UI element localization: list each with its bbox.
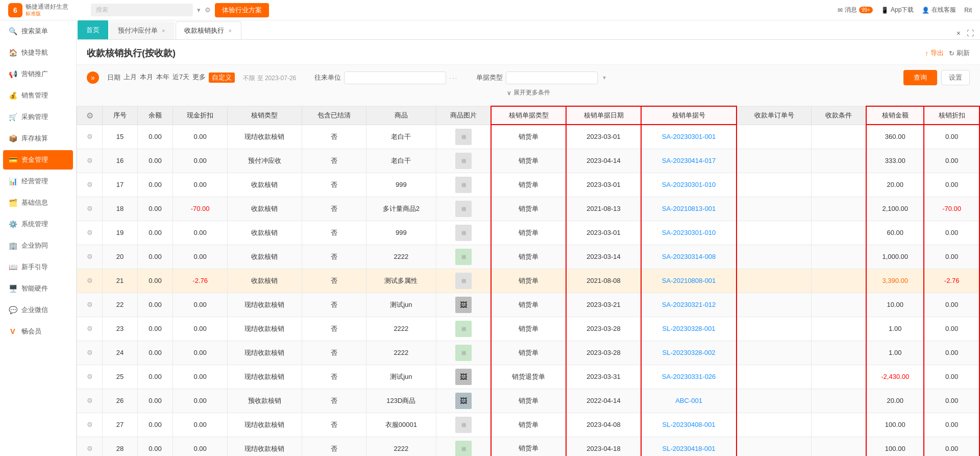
cell-gear[interactable]: ⚙: [77, 149, 103, 173]
row-gear-icon[interactable]: ⚙: [87, 325, 93, 332]
user-area[interactable]: Rit: [964, 7, 972, 14]
row-gear-icon[interactable]: ⚙: [87, 373, 93, 380]
sidebar-item-sales[interactable]: 💰 销售管理: [0, 85, 76, 106]
bill-no-link[interactable]: SA-20230301-001: [662, 133, 716, 140]
query-button[interactable]: 查询: [903, 70, 937, 85]
sidebar-item-hardware[interactable]: 🖥️ 智能硬件: [0, 278, 76, 299]
bill-no-link[interactable]: SL-20230418-001: [663, 445, 716, 452]
row-gear-icon[interactable]: ⚙: [87, 397, 93, 404]
date-7days[interactable]: 近7天: [173, 73, 189, 83]
cell-gear[interactable]: ⚙: [77, 413, 103, 437]
solution-button[interactable]: 体验行业方案: [215, 3, 269, 17]
row-gear-icon[interactable]: ⚙: [87, 229, 93, 236]
sidebar-item-member[interactable]: V 畅会员: [0, 321, 76, 342]
tab-maximize-btn[interactable]: ⛶: [965, 27, 976, 39]
tab-home[interactable]: 首页: [78, 20, 108, 39]
message-button[interactable]: ✉ 消息 99+: [838, 6, 873, 14]
bill-no-link[interactable]: SL-20230328-002: [663, 349, 716, 356]
cell-verify-bill-no[interactable]: SL-20230328-002: [641, 341, 737, 365]
sidebar-item-search[interactable]: 🔍 搜索菜单: [0, 20, 76, 42]
bill-no-link[interactable]: SA-20210808-001: [662, 277, 716, 284]
cell-gear[interactable]: ⚙: [77, 365, 103, 389]
table-wrapper[interactable]: ⚙ 序号 余额 现金折扣 核销类型 包含已结清 商品 商品图片 核销单据类型 核…: [77, 106, 980, 456]
cell-gear[interactable]: ⚙: [77, 389, 103, 413]
cell-verify-bill-no[interactable]: ABC-001: [641, 389, 737, 413]
sidebar-item-operations[interactable]: 📊 经营管理: [0, 171, 76, 192]
cell-gear[interactable]: ⚙: [77, 125, 103, 149]
row-gear-icon[interactable]: ⚙: [87, 181, 93, 188]
filter-expand-button[interactable]: »: [87, 71, 99, 84]
sidebar-item-basics[interactable]: 🗂️ 基础信息: [0, 192, 76, 213]
row-gear-icon[interactable]: ⚙: [87, 277, 93, 284]
bill-no-link[interactable]: SL-20230408-001: [663, 421, 716, 428]
col-gear[interactable]: ⚙: [77, 106, 103, 125]
tab-prepay-close[interactable]: ×: [161, 27, 166, 35]
row-gear-icon[interactable]: ⚙: [87, 205, 93, 212]
refresh-button[interactable]: ↻ 刷新: [949, 49, 970, 58]
date-last-month[interactable]: 上月: [124, 73, 137, 83]
bill-no-link[interactable]: SL-20230328-001: [663, 325, 716, 332]
cell-gear[interactable]: ⚙: [77, 317, 103, 341]
voucher-type-input[interactable]: [506, 71, 598, 84]
cell-gear[interactable]: ⚙: [77, 341, 103, 365]
row-gear-icon[interactable]: ⚙: [87, 133, 93, 140]
sidebar-item-inventory[interactable]: 📦 库存核算: [0, 128, 76, 149]
voucher-dropdown-icon[interactable]: ▾: [603, 74, 606, 81]
cell-verify-bill-no[interactable]: SL-20230328-001: [641, 317, 737, 341]
online-service-button[interactable]: 👤 在线客服: [922, 6, 956, 14]
sidebar-item-guide[interactable]: 📖 新手引导: [0, 256, 76, 278]
counterparty-dots[interactable]: ···: [449, 74, 458, 82]
date-more[interactable]: 更多: [192, 73, 206, 83]
export-button[interactable]: ↑ 导出: [925, 49, 944, 58]
date-custom[interactable]: 自定义: [209, 73, 235, 83]
sidebar-item-wechat[interactable]: 💬 企业微信: [0, 299, 76, 321]
cell-gear[interactable]: ⚙: [77, 221, 103, 245]
app-download-button[interactable]: 📱 App下载: [881, 6, 914, 14]
cell-verify-bill-no[interactable]: SA-20230321-012: [641, 293, 737, 317]
cell-gear[interactable]: ⚙: [77, 197, 103, 221]
cell-gear[interactable]: ⚙: [77, 293, 103, 317]
setting-button[interactable]: 设置: [941, 70, 970, 85]
sidebar-item-system[interactable]: ⚙️ 系统管理: [0, 213, 76, 235]
gear-icon[interactable]: ⚙: [86, 111, 93, 120]
tab-prepay[interactable]: 预付冲应付单 ×: [109, 21, 175, 39]
sidebar-item-enterprise[interactable]: 🏢 企业协同: [0, 235, 76, 256]
bill-no-link[interactable]: ABC-001: [675, 397, 702, 404]
bill-no-link[interactable]: SA-20230301-010: [662, 229, 716, 236]
settings-icon[interactable]: ⚙: [205, 6, 211, 14]
tab-verify-close[interactable]: ×: [227, 27, 232, 35]
tab-close-window-btn[interactable]: ×: [954, 27, 963, 39]
row-gear-icon[interactable]: ⚙: [87, 349, 93, 356]
dropdown-icon[interactable]: ▾: [197, 6, 201, 14]
sidebar-item-purchase[interactable]: 🛒 采购管理: [0, 106, 76, 128]
date-this-month[interactable]: 本月: [140, 73, 153, 83]
cell-gear[interactable]: ⚙: [77, 269, 103, 293]
counterparty-input[interactable]: [344, 71, 446, 84]
cell-verify-bill-no[interactable]: SA-20210813-001: [641, 197, 737, 221]
cell-verify-bill-no[interactable]: SA-20230331-026: [641, 365, 737, 389]
bill-no-link[interactable]: SA-20230314-008: [662, 253, 716, 260]
bill-no-link[interactable]: SA-20230301-010: [662, 181, 716, 188]
bill-no-link[interactable]: SA-20230414-017: [662, 157, 716, 164]
bill-no-link[interactable]: SA-20230331-026: [662, 373, 716, 380]
cell-verify-bill-no[interactable]: SA-20230314-008: [641, 245, 737, 269]
tab-verify[interactable]: 收款核销执行 ×: [176, 21, 241, 39]
row-gear-icon[interactable]: ⚙: [87, 157, 93, 164]
row-gear-icon[interactable]: ⚙: [87, 301, 93, 308]
sidebar-item-finance[interactable]: 💳 资金管理: [3, 150, 73, 170]
row-gear-icon[interactable]: ⚙: [87, 253, 93, 260]
search-input[interactable]: 搜索: [91, 4, 193, 16]
date-this-year[interactable]: 本年: [156, 73, 169, 83]
cell-verify-bill-no[interactable]: SL-20230418-001: [641, 437, 737, 456]
cell-verify-bill-no[interactable]: SA-20230414-017: [641, 149, 737, 173]
sidebar-item-marketing[interactable]: 📢 营销推广: [0, 63, 76, 85]
row-gear-icon[interactable]: ⚙: [87, 421, 93, 428]
cell-gear[interactable]: ⚙: [77, 437, 103, 456]
expand-more-button[interactable]: ∨ 展开更多条件: [507, 88, 550, 97]
bill-no-link[interactable]: SA-20230321-012: [662, 301, 716, 308]
sidebar-item-quicknav[interactable]: 🏠 快捷导航: [0, 42, 76, 63]
cell-verify-bill-no[interactable]: SL-20230408-001: [641, 413, 737, 437]
row-gear-icon[interactable]: ⚙: [87, 445, 93, 452]
cell-verify-bill-no[interactable]: SA-20210808-001: [641, 269, 737, 293]
cell-gear[interactable]: ⚙: [77, 173, 103, 197]
